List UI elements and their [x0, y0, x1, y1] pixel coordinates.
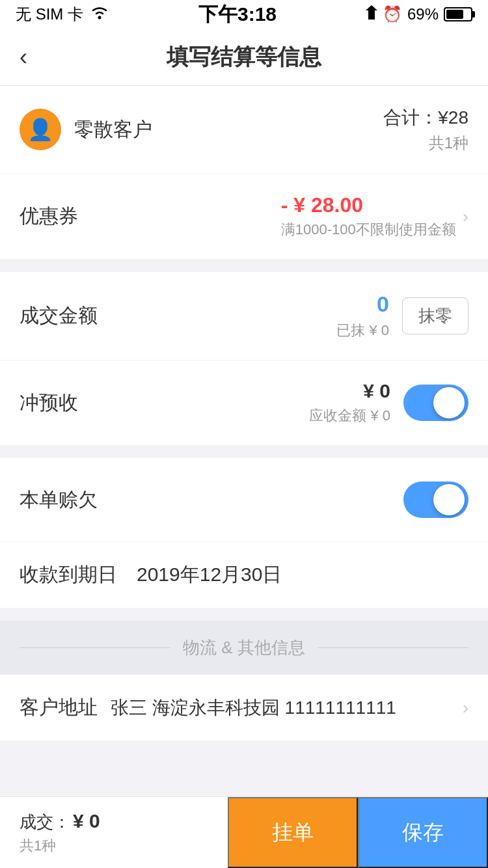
- coupon-amount: - ¥ 28.00: [281, 193, 456, 217]
- avatar-icon: 👤: [27, 117, 53, 142]
- logistics-section: 物流 & 其他信息: [0, 621, 488, 675]
- due-date-value[interactable]: 2019年12月30日: [137, 562, 282, 588]
- back-button[interactable]: ‹: [20, 44, 27, 71]
- battery-icon: [444, 7, 472, 21]
- pending-button[interactable]: 挂单: [228, 797, 358, 868]
- prepay-row: 冲预收 ¥ 0 应收金额 ¥ 0: [0, 360, 488, 445]
- page-title: 填写结算等信息: [167, 42, 321, 72]
- transaction-amount-label: 成交金额: [20, 303, 98, 329]
- signal-text: 无 SIM 卡: [16, 4, 83, 25]
- status-bar: 无 SIM 卡 下午3:18 ⏰ 69%: [0, 0, 488, 29]
- customer-total: 合计：¥28 共1种: [383, 105, 468, 154]
- alarm-icon: ⏰: [383, 5, 402, 23]
- debt-toggle[interactable]: [403, 481, 468, 518]
- location-icon: [366, 5, 377, 23]
- due-date-label: 收款到期日: [20, 562, 117, 588]
- debt-label: 本单赊欠: [20, 487, 98, 513]
- nav-bar: ‹ 填写结算等信息: [0, 29, 488, 86]
- address-chevron-icon: ›: [463, 698, 468, 718]
- customer-row: 👤 零散客户 合计：¥28 共1种: [0, 86, 488, 173]
- address-value: 张三 海淀永丰科技园 11111111111: [111, 696, 463, 720]
- main-content: 👤 零散客户 合计：¥28 共1种 优惠券 - ¥ 28.00 满1000-10…: [0, 86, 488, 838]
- toggle-knob: [433, 387, 465, 418]
- deal-amount: ¥ 0: [73, 810, 100, 832]
- logistics-text: 物流 & 其他信息: [170, 636, 318, 659]
- transaction-amount-right: 0 已抹 ¥ 0 抹零: [336, 292, 468, 340]
- form-section: 成交金额 0 已抹 ¥ 0 抹零 冲预收 ¥ 0 应收金额 ¥ 0: [0, 272, 488, 445]
- prepay-info: ¥ 0 应收金额 ¥ 0: [309, 380, 390, 426]
- transaction-amount-value[interactable]: 0: [336, 292, 389, 317]
- logistics-divider-right: [318, 647, 468, 648]
- address-row[interactable]: 客户地址 张三 海淀永丰科技园 11111111111 ›: [0, 675, 488, 740]
- rounding-subtext: 已抹 ¥ 0: [336, 321, 389, 340]
- avatar: 👤: [20, 109, 61, 150]
- amount-info: 0 已抹 ¥ 0: [336, 292, 389, 340]
- status-left: 无 SIM 卡: [16, 4, 109, 25]
- bottom-count: 共1种: [20, 836, 208, 856]
- due-date-row: 收款到期日 2019年12月30日: [0, 541, 488, 608]
- battery-percent: 69%: [407, 5, 439, 23]
- total-count: 共1种: [383, 133, 468, 154]
- status-right: ⏰ 69%: [366, 5, 472, 23]
- customer-name: 零散客户: [74, 116, 152, 143]
- bottom-bar: 成交： ¥ 0 共1种 挂单 保存: [0, 796, 488, 868]
- coupon-label: 优惠券: [20, 203, 78, 230]
- coupon-right: - ¥ 28.00 满1000-100不限制使用金额 ›: [281, 193, 468, 239]
- svg-point-0: [98, 16, 102, 20]
- deal-label: 成交：: [20, 811, 70, 834]
- chevron-right-icon: ›: [463, 206, 468, 227]
- transaction-amount-row: 成交金额 0 已抹 ¥ 0 抹零: [0, 272, 488, 360]
- prepay-toggle[interactable]: [403, 385, 468, 421]
- save-button[interactable]: 保存: [358, 797, 488, 868]
- deal-line: 成交： ¥ 0: [20, 810, 208, 834]
- prepay-label: 冲预收: [20, 390, 78, 416]
- coupon-description: 满1000-100不限制使用金额: [281, 220, 456, 239]
- debt-section: 本单赊欠 收款到期日 2019年12月30日: [0, 458, 488, 608]
- coupon-row[interactable]: 优惠券 - ¥ 28.00 满1000-100不限制使用金额 ›: [0, 173, 488, 259]
- rounding-button[interactable]: 抹零: [402, 297, 468, 334]
- status-time: 下午3:18: [198, 1, 277, 28]
- address-label: 客户地址: [20, 694, 98, 721]
- prepay-amount: ¥ 0: [309, 380, 390, 402]
- customer-section: 👤 零散客户 合计：¥28 共1种 优惠券 - ¥ 28.00 满1000-10…: [0, 86, 488, 259]
- customer-info: 👤 零散客户: [20, 109, 152, 150]
- prepay-subtext: 应收金额 ¥ 0: [309, 406, 390, 426]
- wifi-icon: [90, 5, 109, 23]
- total-amount: 合计：¥28: [383, 105, 468, 130]
- prepay-right: ¥ 0 应收金额 ¥ 0: [309, 380, 468, 426]
- logistics-divider-left: [20, 647, 170, 648]
- debt-row: 本单赊欠: [0, 458, 488, 541]
- coupon-info: - ¥ 28.00 满1000-100不限制使用金额: [281, 193, 456, 239]
- bottom-info: 成交： ¥ 0 共1种: [0, 797, 228, 868]
- debt-toggle-knob: [433, 484, 465, 515]
